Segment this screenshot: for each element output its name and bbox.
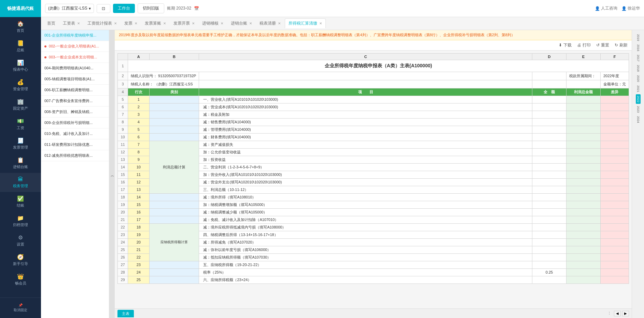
table-row-col-headers: 4 行次 类别 项 目 全 额 利润总金额 差异	[118, 88, 629, 96]
unpin-icon: 📌	[18, 303, 23, 307]
table-row: 11 7 利润总额计算 减：资产减值损失	[118, 141, 629, 148]
sidebar-item-fixed-asset[interactable]: 🏢 固定资产	[0, 95, 41, 114]
left-panel-item-012[interactable]: 012-减免所得税优惠明细表...	[41, 150, 109, 161]
tab-close-salary-table[interactable]: ✕	[77, 22, 80, 25]
panel-collapse-btn[interactable]: 〈	[109, 30, 115, 318]
sidebar-item-tax-mgmt[interactable]: 🏛 税务管理	[0, 173, 41, 192]
table-row-title: 1 企业所得税年度纳税申报表（A类）主表(A100000)	[118, 60, 629, 72]
copy-btn[interactable]: ⊡	[97, 4, 110, 13]
reset-btn[interactable]: ↺ 重置	[596, 42, 609, 48]
sidebar-item-checkout[interactable]: ✅ 结账	[0, 192, 41, 211]
sidebar-item-home[interactable]: 🏠 首页	[0, 17, 41, 37]
tab-invoice-calc[interactable]: 发票算账 ✕	[141, 19, 169, 28]
sidebar: 畅捷通易代账 🏠 首页 📒 总账 📊 报表中心 💰 资金管理 🏢 固定资产	[0, 0, 41, 318]
timeline-year-2018[interactable]: 2018	[636, 64, 641, 73]
left-panel-item-002[interactable]: 002-一般企业收入明细表(A1...	[41, 41, 109, 52]
tab-close-income-tax[interactable]: ✕	[319, 22, 322, 25]
sidebar-item-settings[interactable]: ⚙ 设置	[0, 231, 41, 250]
content: 001-企业所得税年度纳税申报... 002-一般企业收入明细表(A1... 0…	[41, 30, 644, 318]
home-icon: 🏠	[17, 20, 24, 27]
tab-salary-table[interactable]: 工资表 ✕	[59, 19, 83, 28]
archive-icon: 📁	[17, 215, 24, 221]
left-panel: 001-企业所得税年度纳税申报... 002-一般企业收入明细表(A1... 0…	[41, 30, 109, 318]
nav-right-btn[interactable]: ▶	[622, 311, 629, 316]
dropdown-icon: ▾	[89, 6, 91, 11]
left-panel-item-006[interactable]: 006-职工薪酬纳税调整明细...	[41, 85, 109, 96]
timeline-year-2024[interactable]: 2024	[636, 115, 641, 124]
reset-icon: ↺	[596, 43, 600, 47]
service-btn[interactable]: 👤 人工咨询	[595, 5, 617, 11]
sidebar-item-archive[interactable]: 📁 归档管理	[0, 211, 41, 231]
sidebar-item-ledger[interactable]: 📒 总账	[0, 37, 41, 56]
workbench-btn[interactable]: 工作台	[113, 4, 135, 13]
salary-icon: 💵	[17, 118, 24, 124]
sidebar-item-report[interactable]: 📊 报表中心	[0, 56, 41, 75]
col-header-b: B	[149, 53, 199, 60]
nav-left-btn[interactable]: ◀	[614, 311, 621, 316]
tab-import-verify[interactable]: 进销稽核 ✕	[199, 19, 227, 28]
table-row: 10 6 减：财务费用(填写A104000)	[118, 133, 629, 141]
col-header-f: F	[601, 53, 629, 60]
table-row: 28 24 税率（25%） 0.25	[118, 268, 629, 276]
tab-close-salary-stats[interactable]: ✕	[114, 22, 117, 25]
timeline-year-2019[interactable]: 2019	[636, 33, 641, 42]
account-period-label: 账期 2023-02	[167, 5, 191, 11]
table-row: 29 25 六、应纳所得税额（23×24）	[118, 276, 629, 284]
fixed-asset-icon: 🏢	[17, 98, 24, 105]
left-panel-item-008[interactable]: 008-资产折旧、摊销及纳税...	[41, 107, 109, 117]
timeline-year-2022[interactable]: 2022	[636, 94, 641, 104]
print-btn[interactable]: 🖨 打印	[577, 42, 591, 48]
tab-invoice-open[interactable]: 发票开票 ✕	[170, 19, 198, 28]
tab-import-ledger[interactable]: 进销台账 ✕	[227, 19, 255, 28]
table-nav: ⋮ ◀ ▶	[607, 311, 629, 316]
download-btn[interactable]: ⬇ 下载	[559, 42, 572, 48]
sidebar-unpin[interactable]: 📌 取消固定	[1, 301, 40, 315]
sheet-tab-main[interactable]: 主表	[117, 310, 134, 317]
timeline-year-2023[interactable]: 2023	[636, 105, 641, 114]
sidebar-item-member[interactable]: 👑 畅会员	[0, 270, 41, 289]
tab-invoice[interactable]: 发票 ✕	[121, 19, 141, 28]
company-selector[interactable]: (勿删）江西服宝-LSS ▾	[45, 4, 94, 13]
tab-income-tax[interactable]: 所得税汇算清缴 ✕	[285, 18, 326, 28]
left-panel-item-004[interactable]: 004-期间费用明细表(A1040...	[41, 63, 109, 74]
left-panel-item-001[interactable]: 001-企业所得税年度纳税申报...	[41, 30, 109, 41]
left-panel-item-011[interactable]: 011-研发费用加计扣除优惠...	[41, 139, 109, 150]
col-header-e: E	[566, 53, 601, 60]
sidebar-item-sales-ledger[interactable]: 📋 进销台账	[0, 153, 41, 173]
table-row: 27 23 五、应纳税所得额（19-20-21-22）	[118, 261, 629, 268]
tab-close-invoice-calc[interactable]: ✕	[163, 22, 166, 25]
tab-close-invoice-open[interactable]: ✕	[192, 22, 195, 25]
left-panel-item-003[interactable]: 003-一般企业成本支出明细...	[41, 52, 109, 63]
tax-mgmt-icon: 🏛	[18, 176, 23, 182]
tab-close-tax-clear[interactable]: ✕	[278, 22, 281, 25]
refresh-btn[interactable]: ↻ 刷新	[615, 42, 628, 48]
sidebar-item-invoice-mgmt[interactable]: 🧾 发票管理	[0, 134, 41, 153]
tab-close-import-ledger[interactable]: ✕	[249, 22, 252, 25]
sidebar-item-salary[interactable]: 💵 工资	[0, 114, 41, 134]
timeline-year-2017[interactable]: 2017	[636, 53, 641, 63]
service-icon: 👤	[595, 6, 600, 11]
timeline-year-2016[interactable]: 2016	[636, 43, 641, 53]
tab-salary-stats[interactable]: 工资统计报表 ✕	[84, 19, 120, 28]
table-container[interactable]: A B C D E F 1	[115, 51, 632, 309]
left-panel-item-010[interactable]: 010-免税、减计收入及加计...	[41, 128, 109, 139]
col-header-lb: 类别	[149, 88, 199, 96]
col-header-d: D	[532, 53, 566, 60]
tab-tax-clear[interactable]: 税表清册 ✕	[256, 19, 284, 28]
sidebar-bottom: 📌 取消固定	[0, 298, 41, 318]
sidebar-item-guide[interactable]: 🧭 新手引导	[0, 250, 41, 270]
calendar-icon[interactable]: 📅	[194, 6, 199, 11]
tab-close-invoice[interactable]: ✕	[135, 22, 137, 25]
user-btn[interactable]: 👤 徐运华	[621, 5, 640, 11]
sidebar-item-asset-mgmt[interactable]: 💰 资金管理	[0, 75, 41, 95]
switch-old-btn[interactable]: 切到旧版	[138, 3, 164, 13]
left-panel-item-007[interactable]: 007-广告费和业务宣传费跨...	[41, 96, 109, 107]
left-panel-item-009[interactable]: 009-企业所得税补亏损明细...	[41, 117, 109, 128]
tab-home[interactable]: 首页	[44, 19, 59, 28]
timeline-year-2020[interactable]: 2020	[636, 74, 641, 83]
left-panel-item-005[interactable]: 005-纳税调整项目明细表(A1...	[41, 74, 109, 85]
table-row: 5 1 一、营业收入(填写A101010\101020\103000)	[118, 96, 629, 103]
tab-close-import-verify[interactable]: ✕	[221, 22, 223, 25]
right-content: 2019年度步及取以前年度延续数据的申报表单元格需要手工维护正确，才能保证本年及…	[115, 30, 632, 318]
timeline-year-2021[interactable]: 2021	[636, 84, 641, 94]
